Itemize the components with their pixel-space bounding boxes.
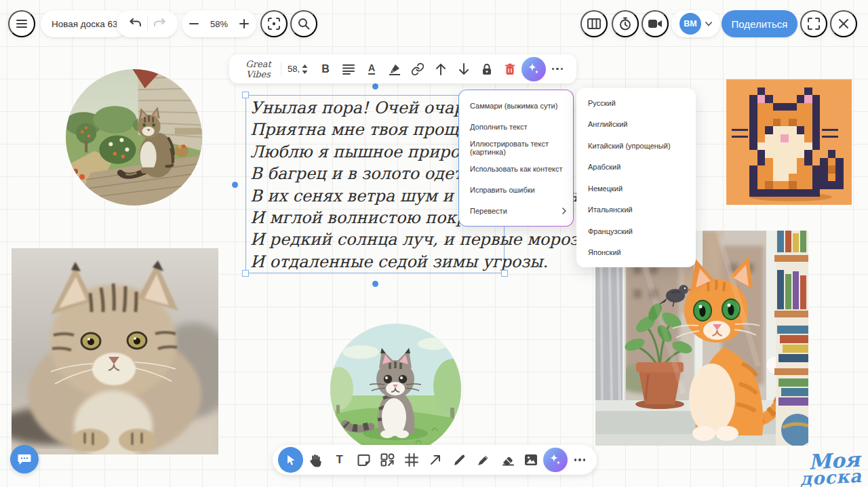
close-board-button[interactable] — [830, 10, 857, 37]
marker-tool-button[interactable] — [471, 446, 494, 473]
hamburger-icon — [15, 17, 28, 31]
account-menu[interactable]: BM — [671, 10, 720, 37]
selection-handle-bottom-left[interactable] — [242, 270, 249, 277]
translate-language-submenu: Русский Английский Китайский (упрощеный)… — [576, 88, 696, 267]
highlight-button[interactable] — [383, 58, 406, 81]
ellipsis-icon — [574, 459, 586, 461]
delete-button[interactable] — [498, 58, 521, 81]
frame-tool-button[interactable] — [400, 446, 423, 473]
ai-tool-button[interactable] — [543, 448, 567, 472]
zoom-in-button[interactable] — [233, 10, 256, 37]
close-icon — [838, 18, 849, 29]
connector-dot-bottom[interactable] — [372, 281, 378, 287]
minus-icon — [189, 19, 199, 28]
timer-icon — [618, 16, 633, 31]
fullscreen-button[interactable] — [800, 10, 827, 37]
image-icon — [524, 454, 538, 466]
comments-button[interactable] — [10, 445, 39, 473]
menu-item-use-as-context[interactable]: Использовать как контекст — [459, 158, 573, 179]
menu-item-extend-text[interactable]: Дополнить текст — [459, 116, 573, 137]
kitten-photo-illustration — [12, 248, 218, 454]
canvas-image-painting-cat-circle[interactable] — [66, 68, 202, 207]
bold-button[interactable]: B — [314, 58, 337, 81]
send-backward-button[interactable] — [452, 58, 475, 81]
font-family-select[interactable]: Great Vibes — [236, 59, 281, 79]
lang-item-german[interactable]: Немецкий — [576, 178, 696, 199]
zoom-out-button[interactable] — [182, 10, 205, 37]
sticky-note-tool-button[interactable] — [352, 446, 375, 473]
pencil-icon — [453, 454, 466, 467]
menu-item-illustrate[interactable]: Иллюстрировать текст (картинка) — [459, 137, 573, 158]
plus-icon — [239, 19, 249, 28]
timer-button[interactable] — [612, 10, 639, 37]
ai-sparkle-icon — [526, 62, 541, 77]
redo-icon — [153, 18, 166, 30]
more-options-button[interactable] — [546, 58, 569, 81]
lang-item-chinese[interactable]: Китайский (упрощеный) — [576, 135, 696, 157]
canvas-image-pixel-cat[interactable] — [726, 79, 852, 205]
link-icon — [411, 62, 425, 76]
logo-line2: доска — [800, 468, 862, 487]
lang-item-italian[interactable]: Итальянский — [576, 199, 696, 221]
tools-toolbar: T — [273, 445, 597, 475]
lang-item-japanese[interactable]: Японский — [576, 242, 696, 264]
arrow-icon — [429, 454, 441, 466]
select-tool-button[interactable] — [278, 447, 303, 473]
sticky-note-icon — [357, 454, 370, 467]
undo-button[interactable] — [124, 10, 147, 37]
shapes-icon — [380, 453, 395, 467]
video-button[interactable] — [642, 10, 669, 37]
pixel-cat-illustration — [726, 79, 852, 205]
ai-context-menu: Саммари (выжимка сути) Дополнить текст И… — [458, 90, 574, 227]
hand-tool-button[interactable] — [304, 446, 327, 473]
selection-handle-top-left[interactable] — [242, 92, 249, 98]
image-tool-button[interactable] — [519, 446, 542, 473]
lang-item-arabic[interactable]: Арабский — [576, 157, 696, 178]
avatar: BM — [679, 13, 701, 35]
arrow-tool-button[interactable] — [424, 446, 447, 473]
align-button[interactable] — [337, 58, 360, 81]
zoom-level[interactable]: 58% — [205, 19, 233, 29]
painting-cat-illustration — [66, 68, 202, 207]
menu-item-fix-errors[interactable]: Исправить ошибки — [459, 179, 573, 200]
eraser-tool-button[interactable] — [496, 446, 519, 473]
focus-frame-icon — [267, 17, 281, 31]
pencil-tool-button[interactable] — [448, 446, 471, 473]
lang-item-russian[interactable]: Русский — [576, 92, 696, 114]
stepper-arrows-icon — [302, 64, 308, 74]
more-tools-button[interactable] — [568, 446, 591, 473]
main-menu-button[interactable] — [8, 10, 35, 37]
search-icon — [297, 17, 311, 31]
ellipsis-icon — [552, 68, 564, 71]
share-button[interactable]: Поделиться — [722, 10, 797, 37]
redo-button[interactable] — [148, 10, 171, 37]
lock-button[interactable] — [475, 58, 498, 81]
canvas-image-cartoon-kitten-circle[interactable] — [330, 324, 461, 454]
connector-dot-left[interactable] — [232, 182, 238, 188]
canvas-image-kitten-photo[interactable] — [12, 248, 218, 454]
font-size-stepper[interactable]: 58, — [281, 64, 314, 74]
connector-dot-top[interactable] — [372, 83, 378, 90]
panels-button[interactable] — [580, 10, 608, 37]
text-color-icon: A — [368, 63, 375, 75]
text-tool-icon: T — [336, 453, 343, 467]
board-name-pill[interactable]: Новая доска 63 — [41, 10, 128, 37]
bring-forward-button[interactable] — [429, 58, 452, 81]
focus-frame-button[interactable] — [260, 10, 288, 37]
lang-item-french[interactable]: Французский — [576, 220, 696, 242]
align-icon — [342, 64, 355, 75]
cartoon-kitten-illustration — [330, 324, 461, 454]
shapes-tool-button[interactable] — [376, 446, 399, 473]
menu-item-summary[interactable]: Саммари (выжимка сути) — [459, 95, 573, 116]
ai-assistant-button[interactable] — [521, 57, 546, 81]
poem-line: И отдаленные седой зимы угрозы. — [250, 251, 602, 273]
menu-item-translate[interactable]: Перевести — [459, 200, 573, 221]
link-button[interactable] — [406, 58, 429, 81]
text-color-button[interactable]: A — [360, 58, 383, 81]
search-button[interactable] — [290, 10, 317, 37]
lock-icon — [481, 63, 493, 75]
lang-item-english[interactable]: Английский — [576, 114, 696, 136]
text-tool-button[interactable]: T — [328, 446, 351, 473]
text-format-toolbar: Great Vibes 58, B A — [229, 54, 576, 83]
selection-handle-bottom-right[interactable] — [501, 270, 508, 277]
